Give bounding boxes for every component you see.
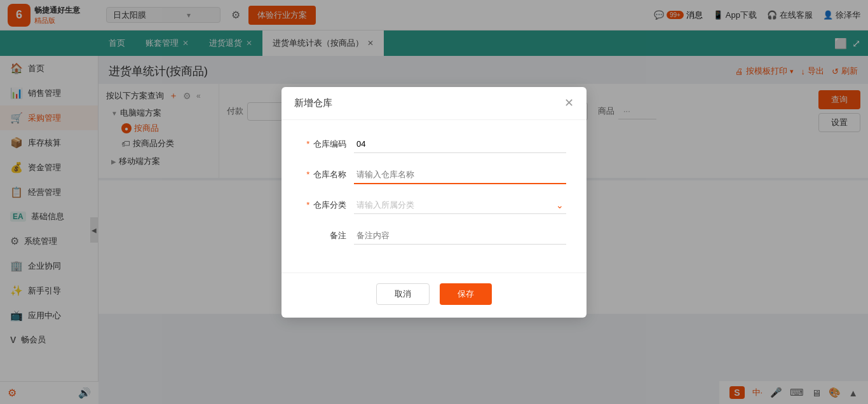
remark-label: 备注	[302, 230, 346, 241]
form-row-category: * 仓库分类 请输入所属分类 ⌄	[302, 197, 566, 214]
form-row-remark: 备注	[302, 227, 566, 245]
modal-header: 新增仓库 ✕	[281, 87, 587, 120]
code-input[interactable]	[354, 135, 566, 153]
form-row-code: * 仓库编码	[302, 135, 566, 153]
form-row-name: * 仓库名称	[302, 166, 566, 184]
remark-input[interactable]	[354, 227, 566, 245]
category-label: * 仓库分类	[302, 199, 346, 211]
code-label: * 仓库编码	[302, 138, 346, 150]
name-label: * 仓库名称	[302, 169, 346, 180]
save-button[interactable]: 保存	[440, 283, 492, 305]
modal-title: 新增仓库	[294, 97, 332, 109]
category-dropdown-icon: ⌄	[556, 200, 564, 210]
modal-overlay[interactable]: 新增仓库 ✕ * 仓库编码 * 仓库名称	[0, 0, 868, 404]
add-warehouse-modal: 新增仓库 ✕ * 仓库编码 * 仓库名称	[281, 87, 587, 318]
cancel-button[interactable]: 取消	[376, 283, 430, 305]
modal-close-button[interactable]: ✕	[564, 97, 574, 109]
category-select[interactable]: 请输入所属分类 ⌄	[354, 197, 566, 214]
name-input[interactable]	[354, 166, 566, 184]
modal-footer: 取消 保存	[281, 273, 587, 318]
modal-body: * 仓库编码 * 仓库名称 * 仓库分类 请输入	[281, 120, 587, 273]
